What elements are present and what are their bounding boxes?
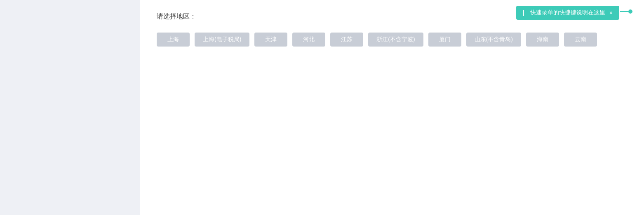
tooltip-text: 快速录单的快捷键说明在这里 [530,9,605,16]
sidebar [0,0,140,215]
region-button-3[interactable]: 河北 [292,33,325,47]
tooltip-close-button[interactable]: × [609,10,613,16]
region-button-1[interactable]: 上海(电子税局) [195,33,249,47]
region-button-6[interactable]: 厦门 [428,33,461,47]
region-button-4[interactable]: 江苏 [330,33,363,47]
region-button-0[interactable]: 上海 [157,33,190,47]
region-button-8[interactable]: 海南 [526,33,559,47]
region-grid: 上海上海(电子税局)天津河北江苏浙江(不含宁波)厦门山东(不含青岛)海南云南 [157,33,628,47]
region-button-9[interactable]: 云南 [564,33,597,47]
region-button-2[interactable]: 天津 [254,33,287,47]
region-button-5[interactable]: 浙江(不含宁波) [368,33,423,47]
tooltip-banner: 快速录单的快捷键说明在这里 × [516,6,619,20]
tooltip-connector-dot [628,9,632,14]
region-button-7[interactable]: 山东(不含青岛) [466,33,521,47]
main-content: 请选择地区： 上海上海(电子税局)天津河北江苏浙江(不含宁波)厦门山东(不含青岛… [140,0,644,215]
